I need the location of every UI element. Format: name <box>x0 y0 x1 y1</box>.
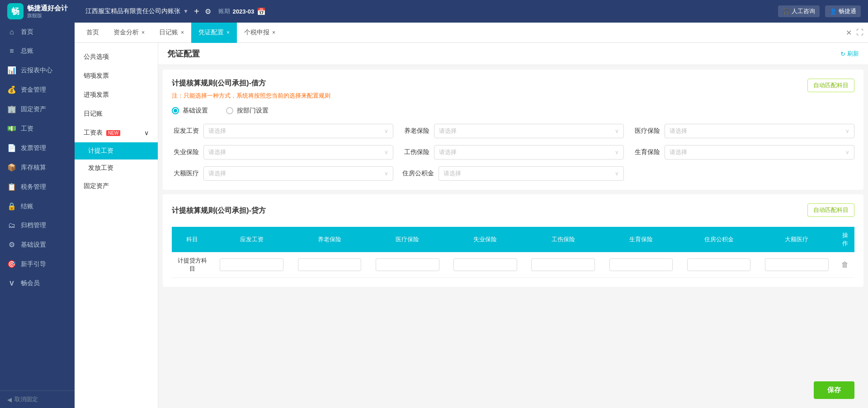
left-panel-journal[interactable]: 日记账 <box>75 104 158 123</box>
user-icon: 👤 <box>830 8 837 15</box>
input-salary[interactable] <box>220 258 283 271</box>
tab-journal[interactable]: 日记账 × <box>152 23 191 43</box>
calendar-icon[interactable]: 📅 <box>257 7 266 16</box>
left-panel-fixed-assets-label: 固定资产 <box>84 182 109 189</box>
cell-major-medical-input[interactable] <box>758 252 835 278</box>
account-period: 账期 2023-03 📅 <box>218 7 266 16</box>
tab-journal-close[interactable]: × <box>181 29 184 36</box>
cell-work-injury-input[interactable] <box>524 252 602 278</box>
input-housing[interactable] <box>687 258 751 271</box>
tab-tax[interactable]: 个税申报 × <box>237 23 283 43</box>
cell-maternity-input[interactable] <box>602 252 680 278</box>
unemployment-select[interactable]: 请选择 ∨ <box>203 145 393 159</box>
tab-tax-close[interactable]: × <box>272 29 275 36</box>
consultant-button[interactable]: 🎧 人工咨询 <box>778 5 820 17</box>
cell-salary-input[interactable] <box>213 252 291 278</box>
cell-pension-input[interactable] <box>291 252 368 278</box>
cell-housing-input[interactable] <box>680 252 758 278</box>
sidebar-item-reports[interactable]: 📊 云报表中心 <box>0 61 75 80</box>
input-work-injury[interactable] <box>531 258 595 271</box>
sidebar-item-fund[interactable]: 💰 资金管理 <box>0 80 75 99</box>
sidebar-item-settings[interactable]: ⚙ 基础设置 <box>0 235 75 254</box>
logo-area: 畅 畅捷通好会计 旗舰版 <box>7 3 82 19</box>
field-maternity: 生育保险 请选择 ∨ <box>633 145 854 159</box>
left-panel-pay-salary[interactable]: 发放工资 <box>75 159 158 177</box>
delete-row-icon[interactable]: 🗑 <box>841 261 849 268</box>
work-injury-label: 工伤保险 <box>402 148 429 156</box>
input-maternity[interactable] <box>609 258 673 271</box>
settings-nav-icon: ⚙ <box>7 240 16 249</box>
left-panel-salary-table[interactable]: 工资表 NEW ∨ <box>75 123 158 142</box>
top-bar: 畅 畅捷通好会计 旗舰版 江西服宝精品有限责任公司内账张 ▼ + ⚙ 账期 20… <box>0 0 868 23</box>
close-window-icon[interactable]: ✕ <box>846 28 852 37</box>
th-action: 操作 <box>836 227 855 252</box>
salary-label: 应发工资 <box>172 127 199 135</box>
sidebar-label-inventory: 库存核算 <box>21 164 46 172</box>
spacer <box>158 291 868 319</box>
housing-fund-select[interactable]: 请选择 ∨ <box>439 166 624 181</box>
user-button[interactable]: 👤 畅捷通 <box>825 5 861 17</box>
left-panel-fixed-assets[interactable]: 固定资产 <box>75 177 158 196</box>
pension-select[interactable]: 请选择 ∨ <box>434 124 624 138</box>
medical-label: 医疗保险 <box>633 127 660 135</box>
work-injury-select[interactable]: 请选择 ∨ <box>434 145 624 159</box>
medical-select[interactable]: 请选择 ∨ <box>665 124 854 138</box>
tax-icon: 📋 <box>7 183 16 191</box>
settings-icon[interactable]: ⚙ <box>205 7 211 16</box>
salary-select[interactable]: 请选择 ∨ <box>203 124 393 138</box>
left-panel-purchase[interactable]: 进项发票 <box>75 85 158 104</box>
sidebar-item-archive[interactable]: 🗂 归档管理 <box>0 216 75 235</box>
sidebar-label-vip: 畅会员 <box>21 279 40 287</box>
sidebar: ⌂ 首页 ≡ 总账 📊 云报表中心 💰 资金管理 🏢 固定资产 💵 工资 📄 发… <box>0 23 75 408</box>
cell-unemployment-input[interactable] <box>446 252 524 278</box>
sidebar-item-tax[interactable]: 📋 税务管理 <box>0 177 75 197</box>
sidebar-label-guide: 新手引导 <box>21 260 46 268</box>
left-panel-sales[interactable]: 销项发票 <box>75 66 158 85</box>
input-unemployment[interactable] <box>453 258 517 271</box>
radio-basic[interactable]: 基础设置 <box>172 107 208 115</box>
maximize-window-icon[interactable]: ⛶ <box>856 28 863 37</box>
sidebar-item-ledger[interactable]: ≡ 总账 <box>0 42 75 61</box>
tab-fund[interactable]: 资金分析 × <box>106 23 152 43</box>
right-panel: 凭证配置 ↻ 刷新 计提核算规则(公司承担)-借方 注：只能选择一种方式，系统将… <box>158 43 868 408</box>
credit-auto-match-button[interactable]: 自动匹配科目 <box>807 203 854 217</box>
radio-group: 基础设置 按部门设置 <box>172 107 854 115</box>
radio-dept-circle <box>226 107 233 114</box>
debit-auto-match-button[interactable]: 自动匹配科目 <box>807 79 854 92</box>
sidebar-item-guide[interactable]: 🎯 新手引导 <box>0 254 75 274</box>
tab-voucher-close[interactable]: × <box>226 29 230 36</box>
input-pension[interactable] <box>298 258 362 271</box>
major-medical-select[interactable]: 请选择 ∨ <box>203 166 393 181</box>
work-injury-select-arrow: ∨ <box>615 149 619 155</box>
sidebar-item-inventory[interactable]: 📦 库存核算 <box>0 158 75 177</box>
main-layout: ⌂ 首页 ≡ 总账 📊 云报表中心 💰 资金管理 🏢 固定资产 💵 工资 📄 发… <box>0 23 868 408</box>
table-row: 计提贷方科目 🗑 <box>172 252 854 278</box>
sidebar-item-invoice[interactable]: 📄 发票管理 <box>0 138 75 158</box>
cell-medical-input[interactable] <box>368 252 446 278</box>
tab-voucher[interactable]: 凭证配置 × <box>191 23 237 43</box>
sidebar-label-closing: 结账 <box>21 202 33 211</box>
sidebar-item-assets[interactable]: 🏢 固定资产 <box>0 99 75 119</box>
input-major-medical[interactable] <box>765 258 829 271</box>
sidebar-item-vip[interactable]: V 畅会员 <box>0 274 75 293</box>
tab-home[interactable]: 首页 <box>79 23 106 43</box>
add-account-icon[interactable]: + <box>194 6 199 17</box>
left-panel-public[interactable]: 公共选项 <box>75 47 158 66</box>
maternity-select[interactable]: 请选择 ∨ <box>665 145 854 159</box>
guide-icon: 🎯 <box>7 260 16 268</box>
tab-tax-label: 个税申报 <box>244 28 269 37</box>
left-panel-calc-salary[interactable]: 计提工资 <box>75 142 158 159</box>
tab-fund-close[interactable]: × <box>142 29 145 36</box>
sidebar-item-salary[interactable]: 💵 工资 <box>0 119 75 138</box>
th-pension: 养老保险 <box>291 227 368 252</box>
unpin-icon: ◀ <box>7 396 12 403</box>
refresh-button[interactable]: ↻ 刷新 <box>840 50 859 58</box>
sidebar-item-closing[interactable]: 🔒 结账 <box>0 197 75 216</box>
radio-dept[interactable]: 按部门设置 <box>226 107 269 115</box>
company-selector[interactable]: 江西服宝精品有限责任公司内账张 ▼ <box>85 7 189 15</box>
sidebar-item-home[interactable]: ⌂ 首页 <box>0 23 75 42</box>
user-name: 畅捷通 <box>839 7 856 15</box>
unpin-button[interactable]: ◀ 取消固定 <box>0 390 75 408</box>
input-medical[interactable] <box>376 258 439 271</box>
save-button[interactable]: 保存 <box>814 381 854 399</box>
